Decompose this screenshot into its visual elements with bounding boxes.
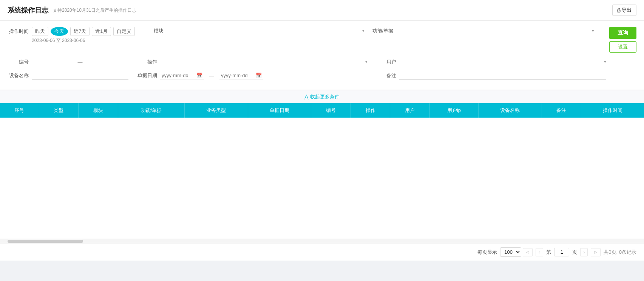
col-number: 序号 <box>0 103 39 118</box>
page-number-input[interactable]: 1 <box>554 248 569 256</box>
number-dash: — <box>78 59 83 65</box>
function-select-wrapper[interactable]: ▾ <box>396 27 594 35</box>
operation-filter: 操作 ▾ <box>136 58 368 66</box>
device-name-label: 设备名称 <box>8 72 29 79</box>
module-filter: 模块 ▾ <box>142 27 364 35</box>
col-user-ip: 用户ip <box>429 103 478 118</box>
last7days-btn[interactable]: 近7天 <box>70 27 90 36</box>
next-page-button[interactable]: › <box>580 248 588 256</box>
date-end-input[interactable] <box>221 73 255 78</box>
prev-page-button[interactable]: ‹ <box>536 248 543 256</box>
col-voucher-date: 单据日期 <box>248 103 311 118</box>
today-btn[interactable]: 今天 <box>51 27 68 36</box>
user-filter: 用户 ▾ <box>375 58 637 66</box>
operation-select[interactable] <box>160 58 364 66</box>
user-select-wrapper[interactable]: ▾ <box>399 58 607 66</box>
col-function: 功能/单据 <box>118 103 184 118</box>
module-label: 模块 <box>142 28 164 34</box>
module-chevron-icon: ▾ <box>362 28 364 33</box>
collapse-icon: ⋀ <box>304 94 309 99</box>
scrollbar-inner <box>0 239 644 243</box>
page-header: 系统操作日志 支持2020年10月31日之后产生的操作日志 ⎙ 导出 <box>0 0 644 21</box>
scrollbar-area[interactable] <box>0 239 644 243</box>
export-button[interactable]: ⎙ 导出 <box>612 5 636 16</box>
col-operation-time: 操作时间 <box>581 103 644 118</box>
operation-select-wrapper[interactable]: ▾ <box>160 58 368 66</box>
action-buttons: 查询 设置 <box>609 27 636 53</box>
custom-btn[interactable]: 自定义 <box>113 27 135 36</box>
number-input-start[interactable] <box>32 58 73 66</box>
user-chevron-icon: ▾ <box>604 59 606 64</box>
page-size-select[interactable]: 100 50 200 <box>500 247 521 257</box>
col-business-type: 业务类型 <box>185 103 248 118</box>
last-page-button[interactable]: ⊳ <box>591 248 601 256</box>
number-label: 编号 <box>8 59 29 65</box>
operation-label: 操作 <box>136 59 157 65</box>
calendar-end-icon[interactable]: 📅 <box>256 73 262 78</box>
table-header-row: 序号 类型 模块 功能/单据 业务类型 单据日期 编号 操作 用户 用户ip 设… <box>0 103 644 118</box>
col-module: 模块 <box>79 103 118 118</box>
date-range-text: 2023-06-06 至 2023-06-06 <box>32 38 85 43</box>
date-start-wrapper[interactable]: 📅 <box>160 72 204 79</box>
operation-time-filter: 操作时间 昨天 今天 近7天 近1月 自定义 2023-06-06 至 2023… <box>8 27 135 44</box>
device-name-filter: 设备名称 <box>8 71 128 80</box>
col-operation: 操作 <box>351 103 390 118</box>
table-container: 序号 类型 模块 功能/单据 业务类型 单据日期 编号 操作 用户 用户ip 设… <box>0 103 644 239</box>
module-select[interactable] <box>167 27 361 35</box>
collapse-bar[interactable]: ⋀ 收起更多条件 <box>0 90 644 103</box>
function-label: 功能/单据 <box>372 28 393 34</box>
user-select[interactable] <box>399 58 603 66</box>
calendar-start-icon[interactable]: 📅 <box>196 73 202 78</box>
yesterday-btn[interactable]: 昨天 <box>32 27 48 36</box>
page-subtitle: 支持2020年10月31日之后产生的操作日志 <box>53 7 136 14</box>
last1month-btn[interactable]: 近1月 <box>92 27 111 36</box>
date-end-wrapper[interactable]: 📅 <box>219 72 263 79</box>
user-label: 用户 <box>375 59 396 65</box>
operation-time-label: 操作时间 <box>8 28 29 35</box>
total-info: 共0页, 0条记录 <box>604 249 636 256</box>
operation-chevron-icon: ▾ <box>365 59 368 64</box>
function-chevron-icon: ▾ <box>592 28 594 33</box>
date-start-input[interactable] <box>162 73 196 78</box>
col-type: 类型 <box>39 103 78 118</box>
date-range-display: 2023-06-06 至 2023-06-06 <box>8 37 135 44</box>
collapse-label: 收起更多条件 <box>310 94 340 99</box>
remark-filter: 备注 <box>375 71 637 80</box>
filter-panel: 操作时间 昨天 今天 近7天 近1月 自定义 2023-06-06 至 2023… <box>0 21 644 90</box>
export-label: 导出 <box>622 7 632 14</box>
pagination-bar: 每页显示 100 50 200 ▾ ⊲ ‹ 第 1 页 › ⊳ 共0页, 0条记… <box>0 243 644 261</box>
col-number-col: 编号 <box>311 103 351 118</box>
page-unit: 页 <box>572 249 577 256</box>
number-input-end[interactable] <box>88 58 129 66</box>
voucher-date-label: 单据日期 <box>136 72 157 79</box>
function-filter: 功能/单据 ▾ <box>372 27 594 35</box>
remark-label: 备注 <box>375 72 396 79</box>
date-dash: — <box>209 73 214 79</box>
page-label: 第 <box>546 249 551 256</box>
module-select-wrapper[interactable]: ▾ <box>167 27 364 35</box>
export-icon: ⎙ <box>617 7 620 13</box>
col-user: 用户 <box>390 103 429 118</box>
voucher-date-filter: 单据日期 📅 — 📅 <box>136 72 368 79</box>
header-actions: ⎙ 导出 <box>612 5 636 16</box>
remark-input[interactable] <box>399 71 607 80</box>
col-remark: 备注 <box>542 103 581 118</box>
empty-area <box>0 118 644 239</box>
settings-button[interactable]: 设置 <box>609 41 636 53</box>
page-title: 系统操作日志 <box>8 6 48 15</box>
per-page-label: 每页显示 <box>477 249 497 256</box>
function-select[interactable] <box>396 27 590 35</box>
data-table: 序号 类型 模块 功能/单据 业务类型 单据日期 编号 操作 用户 用户ip 设… <box>0 103 644 118</box>
time-buttons: 昨天 今天 近7天 近1月 自定义 <box>32 27 135 36</box>
scrollbar-thumb[interactable] <box>8 240 83 243</box>
number-filter: 编号 — <box>8 58 128 66</box>
query-button[interactable]: 查询 <box>609 27 636 39</box>
first-page-button[interactable]: ⊲ <box>523 248 533 256</box>
col-device-name: 设备名称 <box>478 103 542 118</box>
device-name-input[interactable] <box>32 71 128 80</box>
